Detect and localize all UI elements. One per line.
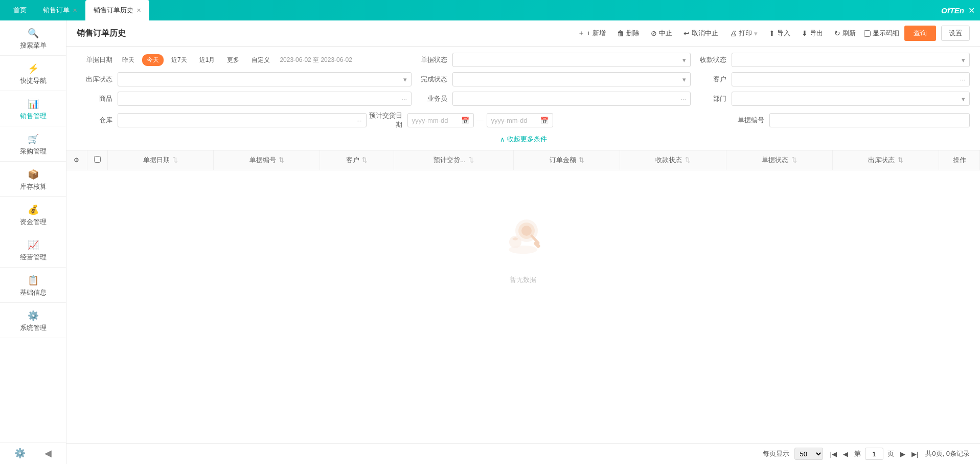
bill-no-col: 单据编号 — [728, 113, 970, 127]
set-button[interactable]: 设置 — [941, 26, 970, 41]
sidebar-collapse-icon[interactable]: ◀ — [44, 448, 52, 459]
th-settings[interactable]: ⚙ — [66, 150, 87, 170]
goods-label: 商品 — [77, 94, 118, 103]
top-bar-close[interactable]: ✕ — [968, 6, 975, 15]
tab-sales-order-history-close[interactable]: ✕ — [136, 7, 141, 14]
page-next-button[interactable]: ▶ — [898, 449, 907, 459]
page-size-select[interactable]: 10 20 50 100 — [794, 448, 823, 460]
page-prev-button[interactable]: ◀ — [841, 449, 850, 459]
goods-input[interactable]: ··· — [118, 92, 412, 106]
print-arrow-icon: ▾ — [754, 30, 758, 37]
bill-no-input[interactable] — [769, 113, 970, 127]
th-payment-status-label: 收款状态 — [655, 156, 682, 164]
salesman-col: 业务员 ··· — [412, 92, 691, 106]
new-label: + 新增 — [587, 29, 606, 38]
date-btn-more[interactable]: 更多 — [222, 54, 244, 66]
th-payment-status-sort-icon[interactable]: ⇅ — [685, 156, 691, 164]
th-check[interactable] — [87, 150, 107, 170]
date-btn-yesterday[interactable]: 昨天 — [118, 54, 139, 66]
export-button[interactable]: ⬇ 导出 — [799, 27, 826, 40]
filter-row-4: 仓库 ··· 预计交货日期 yyyy-mm-dd 📅 — [77, 111, 970, 129]
sidebar-item-quick-nav[interactable]: ⚡ 快捷导航 — [0, 56, 66, 91]
th-out-status: 出库状态 ⇅ — [833, 150, 939, 170]
date-btn-today[interactable]: 今天 — [142, 54, 164, 66]
sidebar-item-purchase-label: 采购管理 — [20, 147, 47, 156]
import-icon: ⬆ — [769, 29, 775, 37]
goods-dots[interactable]: ··· — [401, 95, 407, 103]
sidebar-item-purchase[interactable]: 🛒 采购管理 — [0, 126, 66, 162]
finance-icon: 💰 — [28, 204, 39, 215]
th-bill-no-label: 单据编号 — [249, 156, 276, 164]
export-icon: ⬇ — [802, 29, 808, 37]
dept-select[interactable]: ▾ — [732, 92, 970, 106]
th-bill-no-sort-icon[interactable]: ⇅ — [279, 156, 284, 164]
out-status-select[interactable]: ▾ — [118, 72, 412, 86]
th-bill-status-sort-icon[interactable]: ⇅ — [791, 156, 797, 164]
customer-input[interactable]: ··· — [732, 72, 970, 86]
sidebar-settings-icon[interactable]: ⚙️ — [14, 448, 26, 459]
sidebar-item-basic-info[interactable]: 📋 基础信息 — [0, 268, 66, 303]
payment-status-col: 收款状态 ▾ — [691, 53, 970, 67]
customer-dots[interactable]: ··· — [960, 76, 965, 83]
tab-home[interactable]: 首页 — [5, 0, 35, 20]
page-input[interactable] — [865, 448, 883, 460]
sales-icon: 📊 — [28, 98, 39, 109]
refresh-button[interactable]: ↻ 刷新 — [831, 27, 859, 40]
complete-status-label: 完成状态 — [412, 75, 452, 84]
page-last-button[interactable]: ▶| — [909, 449, 920, 459]
th-customer: 客户 ⇅ — [320, 150, 394, 170]
sidebar-bottom: ⚙️ ◀ — [0, 442, 66, 464]
sidebar-item-sales[interactable]: 📊 销售管理 — [0, 91, 66, 126]
table-body: 暂无数据 — [66, 170, 980, 326]
delivery-date-end[interactable]: yyyy-mm-dd 📅 — [487, 113, 553, 127]
bill-status-col: 单据状态 ▾ — [412, 53, 691, 67]
date-btn-7days[interactable]: 近7天 — [167, 54, 192, 66]
complete-status-arrow-icon: ▾ — [682, 76, 686, 83]
tab-sales-order-close[interactable]: ✕ — [73, 7, 77, 14]
th-delivery-sort-icon[interactable]: ⇅ — [468, 156, 474, 164]
bill-status-select[interactable]: ▾ — [452, 53, 691, 67]
date-btn-custom[interactable]: 自定义 — [247, 54, 275, 66]
sidebar-item-system[interactable]: ⚙️ 系统管理 — [0, 303, 66, 338]
import-button[interactable]: ⬆ 导入 — [766, 27, 793, 40]
delivery-date-end-icon: 📅 — [540, 117, 549, 124]
bill-status-arrow-icon: ▾ — [682, 56, 686, 64]
th-date-sort-icon[interactable]: ⇅ — [172, 156, 178, 164]
complete-status-select[interactable]: ▾ — [452, 72, 691, 86]
warehouse-dots[interactable]: ··· — [356, 117, 362, 124]
salesman-dots[interactable]: ··· — [680, 95, 686, 103]
delete-button[interactable]: 🗑 删除 — [614, 27, 643, 40]
sidebar-item-operation-label: 经营管理 — [20, 253, 47, 262]
out-status-control: ▾ — [118, 72, 412, 86]
display-checkbox[interactable] — [864, 30, 871, 37]
page-first-button[interactable]: |◀ — [828, 449, 839, 459]
print-button[interactable]: 🖨 打印 ▾ — [726, 27, 761, 40]
th-amount-sort-icon[interactable]: ⇅ — [579, 156, 584, 164]
th-customer-sort-icon[interactable]: ⇅ — [362, 156, 368, 164]
svg-point-3 — [521, 226, 532, 236]
new-button[interactable]: ＋ + 新增 — [575, 27, 609, 40]
salesman-input[interactable]: ··· — [452, 92, 691, 106]
tab-sales-order[interactable]: 销售订单 ✕ — [35, 0, 85, 20]
sidebar-item-operation[interactable]: 📈 经营管理 — [0, 232, 66, 268]
th-out-status-sort-icon[interactable]: ⇅ — [898, 156, 903, 164]
inventory-icon: 📦 — [28, 169, 39, 180]
salesman-label: 业务员 — [412, 94, 452, 103]
collapse-button[interactable]: ∧ 收起更多条件 — [77, 135, 970, 144]
payment-status-select[interactable]: ▾ — [732, 53, 970, 67]
cancel-stop-button[interactable]: ↩ 取消中止 — [680, 27, 721, 40]
display-checkbox-label[interactable]: 显示码细 — [864, 29, 899, 38]
sidebar-item-finance[interactable]: 💰 资金管理 — [0, 197, 66, 232]
goods-col: 商品 ··· — [77, 92, 412, 106]
date-btn-1month[interactable]: 近1月 — [195, 54, 220, 66]
sidebar-item-inventory[interactable]: 📦 库存核算 — [0, 162, 66, 197]
sidebar-item-search[interactable]: 🔍 搜索菜单 — [0, 20, 66, 56]
new-icon: ＋ — [578, 29, 585, 38]
query-button[interactable]: 查询 — [904, 26, 936, 41]
dept-control: ▾ — [732, 92, 970, 106]
select-all-checkbox[interactable] — [94, 156, 101, 163]
tab-sales-order-history[interactable]: 销售订单历史 ✕ — [85, 0, 149, 20]
delivery-date-start[interactable]: yyyy-mm-dd 📅 — [407, 113, 474, 127]
warehouse-input[interactable]: ··· — [118, 113, 367, 127]
stop-button[interactable]: ⊘ 中止 — [648, 27, 675, 40]
